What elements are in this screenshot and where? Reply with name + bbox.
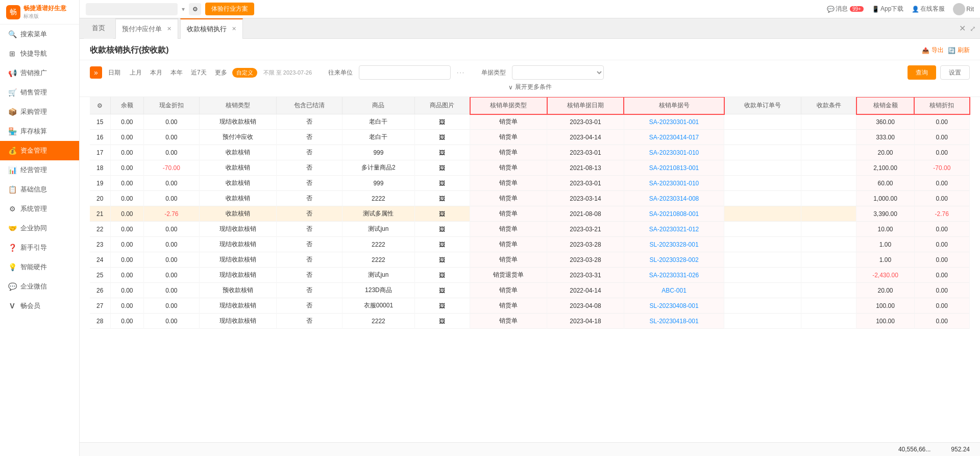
table-cell[interactable]: SA-20230331-026 <box>624 268 724 283</box>
sidebar-item-purchase[interactable]: 📦 采购管理 <box>0 102 79 122</box>
table-cell: 0.00 <box>110 206 144 222</box>
sidebar-item-inventory[interactable]: 🏪 库存核算 <box>0 122 79 141</box>
table-row: 270.000.00现结收款核销否衣服00001🖼销货单2023-04-08SL… <box>90 298 970 314</box>
tab-home[interactable]: 首页 <box>84 18 113 39</box>
tab-expand-icon[interactable]: ⤢ <box>970 25 976 33</box>
table-cell[interactable]: SL-20230418-001 <box>624 314 724 329</box>
table-cell: 收款核销 <box>199 160 276 176</box>
table-cell <box>801 314 856 329</box>
table-cell <box>801 252 856 268</box>
date-opt-7days[interactable]: 近7天 <box>188 67 210 78</box>
table-cell: 现结收款核销 <box>199 114 276 130</box>
table-cell[interactable]: SA-20230301-010 <box>624 176 724 191</box>
sidebar-item-wechat[interactable]: 💬 企业微信 <box>0 277 79 296</box>
sidebar-item-guide[interactable]: ❓ 新手引导 <box>0 238 79 257</box>
table-cell: 0.00 <box>110 130 144 145</box>
table-row: 260.000.00预收款核销否123D商品🖼销货单2022-04-14ABC-… <box>90 283 970 298</box>
table-cell: 0.00 <box>144 222 199 237</box>
table-cell <box>724 114 801 130</box>
table-cell: 333.00 <box>856 130 914 145</box>
table-cell[interactable]: SA-20210808-001 <box>624 206 724 222</box>
sidebar-item-hardware[interactable]: 💡 智能硬件 <box>0 257 79 277</box>
table-cell: 否 <box>276 298 342 314</box>
tab-prepay[interactable]: 预付冲应付单 ✕ <box>115 18 178 39</box>
table-cell[interactable]: SL-20230328-001 <box>624 237 724 252</box>
table-cell: 🖼 <box>414 145 470 160</box>
app-download[interactable]: 📱 App下载 <box>872 5 903 13</box>
table-cell: 360.00 <box>856 114 914 130</box>
table-cell: 0.00 <box>144 145 199 160</box>
table-cell: 销货单 <box>470 206 547 222</box>
col-bill-date: 核销单据日期 <box>547 97 624 114</box>
table-cell: 现结收款核销 <box>199 252 276 268</box>
guide-icon: ❓ <box>8 244 16 252</box>
tab-prepay-close[interactable]: ✕ <box>167 26 172 32</box>
table-cell <box>724 298 801 314</box>
table-row: 250.000.00现结收款核销否测试jun🖼销货退货单2023-03-31SA… <box>90 268 970 283</box>
table-cell <box>801 191 856 206</box>
table-cell: 0.00 <box>110 237 144 252</box>
date-opt-lastmonth[interactable]: 上月 <box>127 67 145 78</box>
table-cell[interactable]: ABC-001 <box>624 283 724 298</box>
table-cell[interactable]: SA-20230301-001 <box>624 114 724 130</box>
app-icon: 📱 <box>872 6 879 13</box>
table-cell: 0.00 <box>110 191 144 206</box>
table-cell: 100.00 <box>856 314 914 329</box>
sidebar-item-quicknav[interactable]: ⊞ 快捷导航 <box>0 44 79 63</box>
single-type-select[interactable] <box>512 65 604 80</box>
table-cell[interactable]: SA-20210813-001 <box>624 160 724 176</box>
table-cell[interactable]: SA-20230314-008 <box>624 191 724 206</box>
date-opt-thisyear[interactable]: 本年 <box>167 67 186 78</box>
sidebar-item-finance[interactable]: 💰 资金管理 <box>0 141 79 160</box>
table-cell[interactable]: SL-20230408-001 <box>624 298 724 314</box>
sidebar-item-enterprise[interactable]: 🤝 企业协同 <box>0 219 79 238</box>
sidebar-item-system[interactable]: ⚙ 系统管理 <box>0 199 79 219</box>
table-cell: 否 <box>276 176 342 191</box>
col-settings[interactable]: ⚙ <box>90 97 110 114</box>
date-opt-more[interactable]: 更多 <box>212 67 230 78</box>
user-avatar[interactable]: Rit <box>953 3 974 15</box>
table-cell[interactable]: SL-20230328-002 <box>624 252 724 268</box>
table-cell: 销货单 <box>470 130 547 145</box>
search-icon: 🔍 <box>8 30 16 38</box>
table-cell: 15 <box>90 114 110 130</box>
table-row: 160.000.00预付冲应收否老白干🖼销货单2023-04-14SA-2023… <box>90 130 970 145</box>
table-cell: 2222 <box>342 314 415 329</box>
settings-gear[interactable]: ⚙ <box>189 3 201 15</box>
date-opt-thismonth[interactable]: 本月 <box>147 67 165 78</box>
table-cell: 测试jun <box>342 268 415 283</box>
table-row: 280.000.00现结收款核销否2222🖼销货单2023-04-18SL-20… <box>90 314 970 329</box>
tab-receipt[interactable]: 收款核销执行 ✕ <box>180 18 243 39</box>
table-cell[interactable]: SA-20230414-017 <box>624 130 724 145</box>
table-area: ⚙ 余额 现金折扣 核销类型 包含已结清 商品 商品图片 核销单据类型 核销单据… <box>80 97 980 442</box>
expand-more-button[interactable]: ∨ 展开更多条件 <box>508 83 552 91</box>
table-cell[interactable]: SA-20230321-012 <box>624 222 724 237</box>
sidebar-item-sales[interactable]: 🛒 销售管理 <box>0 83 79 102</box>
table-cell: 销货单 <box>470 114 547 130</box>
tab-close-icon[interactable]: ✕ <box>959 23 966 33</box>
date-custom-badge[interactable]: 自定义 <box>232 68 257 78</box>
sidebar-item-operations[interactable]: 📊 经营管理 <box>0 160 79 180</box>
solution-button[interactable]: 体验行业方案 <box>205 3 254 15</box>
table-cell: 测试jun <box>342 222 415 237</box>
message-icon-area[interactable]: 💬 消息 99+ <box>827 5 864 13</box>
tab-receipt-close[interactable]: ✕ <box>232 26 236 32</box>
refresh-button[interactable]: 🔄 刷新 <box>948 46 970 55</box>
query-button[interactable]: 查询 <box>908 65 936 80</box>
sidebar-item-marketing[interactable]: 📢 营销推广 <box>0 63 79 83</box>
from-unit-input[interactable] <box>359 65 451 80</box>
table-cell: 🖼 <box>414 252 470 268</box>
table-cell: 多计量商品2 <box>342 160 415 176</box>
table-cell: 1.00 <box>856 252 914 268</box>
export-icon: 📤 <box>922 47 929 54</box>
filter-expand-button[interactable]: » <box>90 66 102 79</box>
online-support[interactable]: 👤 在线客服 <box>912 5 945 13</box>
table-cell: 3,390.00 <box>856 206 914 222</box>
table-row: 240.000.00现结收款核销否2222🖼销货单2023-03-28SL-20… <box>90 252 970 268</box>
sidebar-item-basic[interactable]: 📋 基础信息 <box>0 180 79 199</box>
table-cell[interactable]: SA-20230301-010 <box>624 145 724 160</box>
sidebar-item-member[interactable]: V 畅会员 <box>0 296 79 316</box>
set-button[interactable]: 设置 <box>940 65 970 80</box>
sidebar-item-search[interactable]: 🔍 搜索菜单 <box>0 25 79 44</box>
export-button[interactable]: 📤 导出 <box>922 46 944 55</box>
